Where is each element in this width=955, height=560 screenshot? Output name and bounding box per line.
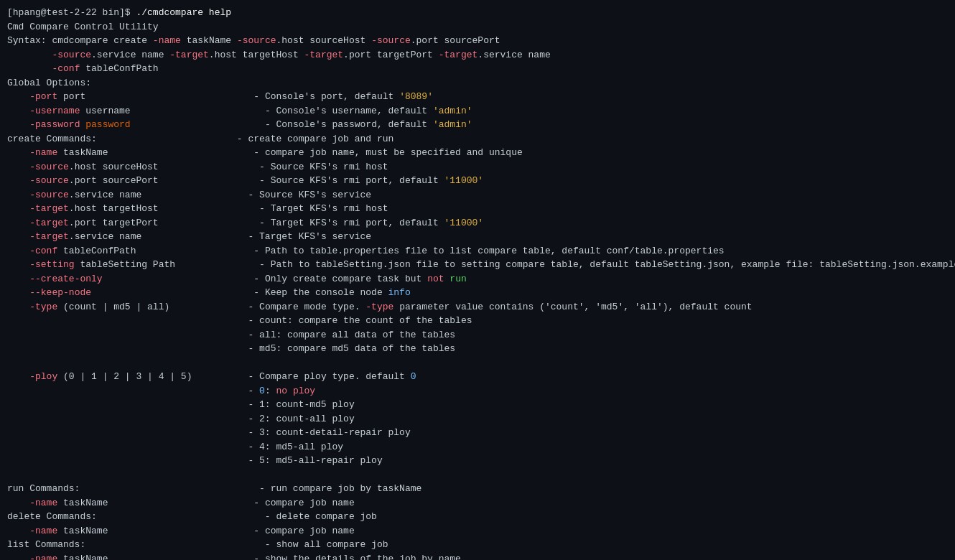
line-ploy-0: - 0: no ploy [7,384,955,398]
line-create-cmd: create Commands: - create compare job an… [7,132,955,146]
line-prompt: [hpang@test-2-22 bin]$ ./cmdcompare help [7,6,955,20]
line-target-host: -target.host targetHost - Target KFS's r… [7,202,955,216]
line-keep-node: --keep-node - Keep the console node info [7,286,955,300]
line-type-all: - all: compare all data of the tables [7,328,955,342]
line-delete-name: -name taskName - compare job name [7,524,955,538]
line-target-service: -target.service name - Target KFS's serv… [7,230,955,244]
line-list-name: -name taskName - show the details of the… [7,552,955,561]
line-syntax3: -conf tableConfPath [7,62,955,76]
line-port: -port port - Console's port, default '80… [7,90,955,104]
line-run-name: -name taskName - compare job name [7,496,955,510]
line-type-count: - count: compare the count of the tables [7,314,955,328]
line-source-service: -source.service name - Source KFS's serv… [7,188,955,202]
line-ploy-1: - 1: count-md5 ploy [7,398,955,412]
line-name1: -name taskName - compare job name, must … [7,146,955,160]
line-ploy-2: - 2: count-all ploy [7,412,955,426]
line-source-host: -source.host sourceHost - Source KFS's r… [7,160,955,174]
line-global-options: Global Options: [7,76,955,90]
line-delete-cmd: delete Commands: - delete compare job [7,510,955,524]
line-setting: -setting tableSetting Path - Path to tab… [7,258,955,272]
line-blank1 [7,356,955,370]
line-type: -type (count | md5 | all) - Compare mode… [7,300,955,314]
line-password: -password password - Console's password,… [7,118,955,132]
line-type-md5: - md5: compare md5 data of the tables [7,342,955,356]
line-title: Cmd Compare Control Utility [7,20,955,34]
line-blank2 [7,468,955,482]
line-syntax2: -source.service name -target.host target… [7,48,955,62]
line-ploy-3: - 3: count-detail-repair ploy [7,426,955,440]
line-conf: -conf tableConfPath - Path to table.prop… [7,244,955,258]
line-target-port: -target.port targetPort - Target KFS's r… [7,216,955,230]
line-source-port: -source.port sourcePort - Source KFS's r… [7,174,955,188]
line-ploy: -ploy (0 | 1 | 2 | 3 | 4 | 5) - Compare … [7,370,955,384]
line-ploy-5: - 5: md5-all-repair ploy [7,454,955,468]
line-username: -username username - Console's username,… [7,104,955,118]
line-run-cmd: run Commands: - run compare job by taskN… [7,482,955,496]
line-syntax: Syntax: cmdcompare create -name taskName… [7,34,955,48]
line-create-only: --create-only - Only create compare task… [7,272,955,286]
terminal: [hpang@test-2-22 bin]$ ./cmdcompare help… [7,6,955,560]
line-ploy-4: - 4: md5-all ploy [7,440,955,454]
line-list-cmd: list Commands: - show all compare job [7,538,955,552]
